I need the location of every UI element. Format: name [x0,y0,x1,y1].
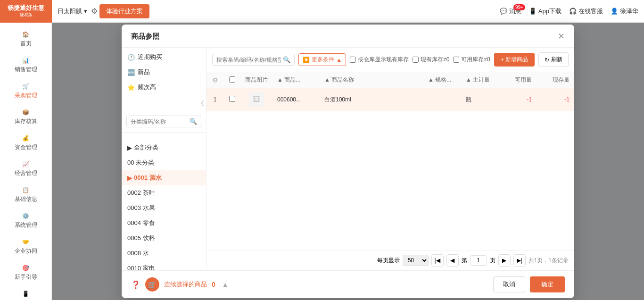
select-all-checkbox[interactable] [229,76,235,83]
pagination-bar: 每页显示 50 10 20 100 |◀ ◀ 第 页 [206,250,574,270]
product-table-wrap: ⚙ 商品图片 [206,72,574,250]
column-settings-icon[interactable]: ⚙ [212,76,218,84]
more-filter-button[interactable]: 🔽 更多条件 ▲ [298,53,346,66]
last-page-button[interactable]: ▶| [513,254,526,267]
cat-item-0010[interactable]: 0010 家电 [122,261,206,270]
page-unit: 页 [490,257,495,265]
modal-close-button[interactable]: ✕ [558,31,565,42]
mobile-icon: 📱 [529,8,537,15]
sidebar-item-basic[interactable]: 📋 基础信息 [0,182,51,208]
sidebar-label-ops: 经营管理 [15,169,37,177]
cat-item-0002[interactable]: 0002 茶叶 [122,185,206,200]
checkbox-available-nonzero-label[interactable]: 可用库存≠0 [453,56,490,64]
footer-collapse-icon[interactable]: ▲ [222,281,229,288]
product-search-input[interactable] [216,57,281,63]
product-code-value: 000600... [277,96,301,103]
sidebar-item-ops[interactable]: 📈 经营管理 [0,156,51,182]
page-size-select[interactable]: 50 10 20 100 [403,255,429,266]
cat-label-0005: 0005 饮料 [127,234,155,242]
row-num: 1 [206,88,223,111]
th-code[interactable]: ▲ 商品... [272,72,320,88]
cat-label-0004: 0004 零食 [127,219,155,227]
message-nav-item[interactable]: 💬 消息 99+ [500,7,521,16]
user-name: 徐泽华 [620,7,638,16]
category-search-box[interactable]: 🔍 [126,116,201,127]
quick-cat-new[interactable]: 🆕 新品 [122,65,206,80]
modal-product-ref: 商品参照 ✕ 🕐 近期购买 🆕 [122,25,574,298]
quick-cat-frequent[interactable]: ⭐ 频次高 [122,80,206,95]
checkbox-stock-nonzero[interactable] [413,57,419,63]
th-name[interactable]: ▲ 商品名称 [320,72,423,88]
quick-cat-recent[interactable]: 🕐 近期购买 [122,50,206,65]
ops-icon: 📈 [22,161,29,167]
sidebar-item-collab[interactable]: 🤝 企业协同 [0,234,51,260]
checkbox-warehouse-label[interactable]: 按仓库显示现有库存 [350,56,409,64]
modal-overlay: 商品参照 ✕ 🕐 近期购买 🆕 [52,23,644,300]
user-nav-item[interactable]: 👤 徐泽华 [611,7,638,16]
cat-label-0003: 0003 水果 [127,204,155,212]
confirm-button[interactable]: 确定 [530,276,565,292]
row-stock: -1 [537,88,574,111]
sidebar-item-finance[interactable]: 💰 资金管理 [0,130,51,156]
guide-icon: 🎯 [22,265,29,271]
message-icon: 💬 [500,8,507,15]
cat-item-all[interactable]: ▶ 全部分类 [122,140,206,155]
row-unit: 瓶 [461,88,499,111]
th-spec[interactable]: ▲ 规格... [423,72,461,88]
collab-icon: 🤝 [22,239,29,245]
top-nav: 畅捷通好生意 捷易版 日太阳膜 ▾ ⚙ 体验行业方案 💬 消息 99+ 📱 Ap… [0,0,644,23]
product-panel: 🔍 🔽 更多条件 ▲ 按仓库显示现有库存 [206,48,574,270]
th-stock-label: 现存量 [553,76,570,83]
sidebar-item-inventory[interactable]: 📦 库存核算 [0,104,51,130]
sidebar-item-guide[interactable]: 🎯 新手引导 [0,260,51,286]
th-gear: ⚙ [206,72,223,88]
logo-text: 畅捷通好生意 [8,4,44,12]
store-selector[interactable]: 日太阳膜 ▾ [58,7,87,16]
gear-icon[interactable]: ⚙ [91,7,98,16]
row-check[interactable] [223,88,240,111]
product-search-box[interactable]: 🔍 [212,54,295,66]
collapse-panel-button[interactable]: 《 [122,97,206,111]
first-page-button[interactable]: |◀ [431,254,444,267]
cat-item-0004[interactable]: 0004 零食 [122,216,206,231]
checkbox-stock-nonzero-label[interactable]: 现有库存≠0 [413,56,449,64]
prev-page-button[interactable]: ◀ [446,254,459,267]
content-area: 商品参照 ✕ 🕐 近期购买 🆕 [52,23,644,300]
cancel-button[interactable]: 取消 [493,276,525,292]
online-service-nav-item[interactable]: 🎧 在线客服 [569,7,603,16]
checkbox-warehouse[interactable] [350,57,356,63]
modal-body: 🕐 近期购买 🆕 新品 ⭐ 频次高 [122,48,574,270]
page-number-input[interactable] [470,255,487,266]
product-stock-value: -1 [564,96,570,103]
app-download-nav-item[interactable]: 📱 App下载 [529,7,561,16]
product-table: ⚙ 商品图片 [206,72,574,111]
checkbox-available-nonzero[interactable] [453,57,459,63]
refresh-button[interactable]: ↻ 刷新 [538,52,569,67]
th-unit[interactable]: ▲ 主计量 [461,72,499,88]
cat-item-0003[interactable]: 0003 水果 [122,200,206,216]
next-page-button[interactable]: ▶ [498,254,511,267]
experience-btn[interactable]: 体验行业方案 [99,4,149,18]
sidebar-item-purchase[interactable]: 🛒 采购管理 [0,78,51,104]
sidebar-item-system[interactable]: ⚙️ 系统管理 [0,208,51,234]
cat-item-00[interactable]: 00 未分类 [122,155,206,170]
th-spec-label: ▲ 规格... [428,76,451,83]
search-icon: 🔍 [190,118,197,125]
product-image-placeholder: 🖼 [249,92,264,107]
sidebar-item-sales[interactable]: 📊 销售管理 [0,52,51,78]
cat-item-0008[interactable]: 0008 水 [122,246,206,261]
row-code: 000600... [272,88,320,111]
sidebar-item-apps[interactable]: 📱 应用中心 [0,286,51,300]
add-product-button[interactable]: + 新增商品 [494,53,535,67]
category-search-input[interactable] [131,118,188,125]
checkbox-stock-nonzero-text: 现有库存≠0 [421,56,449,64]
cart-button[interactable]: 🛒 [145,277,159,292]
row-checkbox[interactable] [229,96,235,102]
apps-icon: 📱 [22,291,29,297]
help-icon[interactable]: ❓ [131,280,140,289]
table-row[interactable]: 1 🖼 000600... [206,88,574,111]
filter-icon: 🔽 [303,57,310,63]
cat-item-0005[interactable]: 0005 饮料 [122,231,206,246]
sidebar-item-home[interactable]: 🏠 首页 [0,26,51,52]
cat-item-0001[interactable]: ▶ 0001 酒水 [122,170,206,185]
